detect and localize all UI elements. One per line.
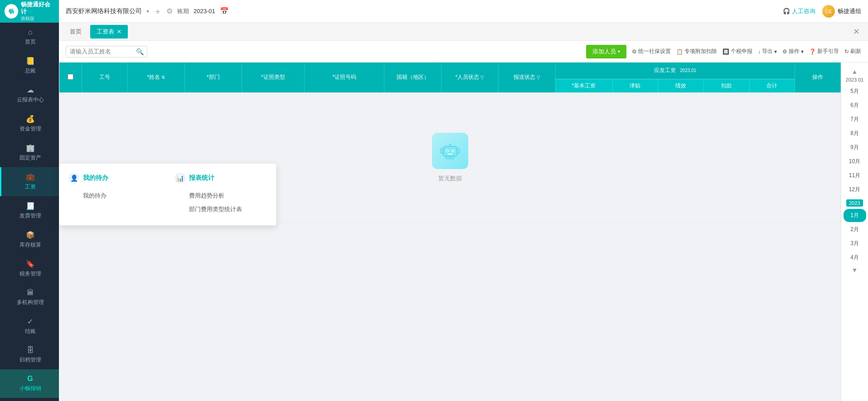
reports-icon: 📊 (175, 173, 185, 184)
popup-section: 👤 我的待办 我的待办 📊 报表统计 费用趋势分析 部门费用类型统计表 (68, 173, 267, 216)
window-close-button[interactable]: ✕ (849, 25, 863, 39)
sidebar-item-fixed-assets[interactable]: 🏢 固定资产 (0, 138, 59, 167)
month-item-2[interactable]: 2月 (844, 223, 866, 236)
sidebar-item-cloud-reports[interactable]: ☁ 云报表中心 (0, 80, 59, 109)
sidebar-item-invoice[interactable]: 🧾 发票管理 (0, 196, 59, 225)
th-bonus: 绩效 (658, 79, 704, 92)
sidebar-item-fund-mgmt[interactable]: 💰 资金管理 (0, 109, 59, 138)
expense-icon: G (27, 375, 33, 383)
th-salary-group: 应发工资 2023.01 (555, 63, 795, 79)
th-id-num: *证照号码 (305, 63, 384, 92)
svg-rect-5 (448, 154, 452, 155)
company-dropdown-icon[interactable]: ▾ (146, 8, 149, 14)
sidebar-logo: 畅 畅捷通好会计 旗舰版 (0, 0, 59, 23)
tab-salary[interactable]: 工资表 ✕ (90, 25, 128, 39)
month-panel-up-nav[interactable]: ▲ (850, 66, 860, 77)
svg-rect-0 (443, 146, 457, 156)
todo-icon: 👤 (68, 173, 79, 184)
company-name: 西安虾米网络科技有限公司 (66, 7, 142, 15)
filter-person-status-icon[interactable]: ▽ (480, 75, 484, 80)
month-item-9[interactable]: 9月 (844, 141, 866, 154)
month-item-10[interactable]: 10月 (844, 155, 866, 168)
toolbar-actions: 添加人员 ▾ ⚙ 统一社保设置 📋 专项附加扣除 🔲 个税申报 ↓ 导出 ▾ ⚙ (586, 45, 861, 58)
popup-col-reports-title: 📊 报表统计 (175, 173, 267, 184)
tax-report-icon: 🔲 (723, 48, 729, 55)
sidebar-item-tax[interactable]: 🔖 税务管理 (0, 254, 59, 283)
user-menu[interactable]: CE 畅捷通组 (822, 5, 861, 18)
search-input[interactable] (70, 48, 133, 55)
export-icon: ↓ (758, 48, 761, 55)
popup-item-my-todo[interactable]: 我的待办 (68, 189, 161, 203)
add-company-button[interactable]: ＋ (154, 6, 162, 17)
th-total: 合计 (749, 79, 795, 92)
export-button[interactable]: ↓ 导出 ▾ (758, 48, 777, 55)
sidebar-item-expense[interactable]: G 小畅报销 (0, 369, 59, 398)
th-name: *姓名 ⇅ (127, 63, 184, 92)
cloud-icon: ☁ (27, 86, 34, 94)
month-item-4[interactable]: 4月 (844, 251, 866, 264)
refresh-icon: ↻ (844, 48, 849, 55)
sidebar-item-salary[interactable]: 💼 工资 (0, 167, 59, 196)
logo-text: 畅捷通好会计 旗舰版 (21, 1, 54, 21)
popup-col-reports: 📊 报表统计 费用趋势分析 部门费用类型统计表 (175, 173, 267, 216)
sidebar-nav: ⌂ 首页 📒 总账 ☁ 云报表中心 💰 资金管理 🏢 固定资产 💼 工资 🧾 发… (0, 23, 59, 401)
month-item-6[interactable]: 6月 (844, 99, 866, 112)
search-box: 🔍 (66, 46, 147, 58)
month-item-1[interactable]: 1月 (844, 209, 866, 222)
month-item-7[interactable]: 7月 (844, 113, 866, 126)
salary-icon: 💼 (26, 173, 35, 181)
fixed-assets-icon: 🏢 (26, 144, 35, 152)
operations-icon: ⚙ (782, 48, 787, 55)
sort-name-icon[interactable]: ⇅ (161, 75, 165, 80)
filter-report-status-icon[interactable]: ▽ (537, 75, 540, 80)
service-button[interactable]: 🎧 人工咨询 (783, 7, 815, 15)
th-deduction: 扣款 (703, 79, 749, 92)
th-dept: *部门 (184, 63, 242, 92)
month-item-11[interactable]: 11月 (844, 169, 866, 182)
tax-icon: 🔖 (26, 260, 35, 268)
svg-rect-6 (449, 144, 451, 147)
month-item-3[interactable]: 3月 (844, 237, 866, 250)
month-item-8[interactable]: 8月 (844, 127, 866, 140)
robot-svg (439, 140, 461, 162)
guide-button[interactable]: ❓ 新手引导 (809, 48, 839, 55)
checkout-icon: ✓ (27, 317, 33, 326)
th-country: 国籍（地区） (384, 63, 441, 92)
popup-item-expense-trend[interactable]: 费用趋势分析 (175, 189, 267, 203)
sidebar-item-ledger[interactable]: 📒 总账 (0, 51, 59, 80)
select-all-checkbox[interactable] (68, 74, 73, 80)
period-value[interactable]: 2023-01 (194, 8, 215, 14)
operations-button[interactable]: ⚙ 操作 ▾ (782, 48, 804, 55)
sidebar-item-archive[interactable]: 🗄 归档管理 (0, 341, 59, 369)
period-label: 账期 (177, 7, 189, 15)
special-deduction-button[interactable]: 📋 专项附加扣除 (676, 48, 717, 55)
sidebar-item-settings[interactable]: ⚙ 基础设置 (0, 398, 59, 401)
calendar-icon[interactable]: 📅 (220, 7, 229, 15)
social-security-button[interactable]: ⚙ 统一社保设置 (632, 48, 671, 55)
svg-rect-7 (441, 148, 443, 154)
tab-close-salary[interactable]: ✕ (117, 29, 121, 35)
sidebar-item-multi-org[interactable]: 🏛 多机构管理 (0, 283, 59, 312)
sidebar-item-checkout[interactable]: ✓ 结账 (0, 312, 59, 341)
social-security-icon: ⚙ (632, 48, 637, 55)
sidebar-item-inventory[interactable]: 📦 库存核算 (0, 225, 59, 254)
month-item-12[interactable]: 12月 (844, 183, 866, 196)
refresh-button[interactable]: ↻ 刷新 (844, 48, 861, 55)
search-icon[interactable]: 🔍 (136, 48, 144, 55)
month-panel-down-nav[interactable]: ▼ (850, 265, 860, 275)
logo-icon: 畅 (5, 4, 18, 19)
archive-icon: 🗄 (27, 346, 34, 354)
popup-item-dept-expense[interactable]: 部门费用类型统计表 (175, 203, 267, 216)
tab-home[interactable]: 首页 (63, 25, 88, 39)
sidebar-item-home[interactable]: ⌂ 首页 (0, 23, 59, 51)
company-settings-icon[interactable]: ⚙ (166, 7, 173, 15)
tax-report-button[interactable]: 🔲 个税申报 (723, 48, 752, 55)
th-checkbox[interactable] (59, 63, 82, 92)
month-item-5[interactable]: 5月 (844, 85, 866, 98)
year-label: 2023.01 (680, 68, 696, 73)
th-person-status: *人员状态 ▽ (441, 63, 499, 92)
home-icon: ⌂ (28, 28, 33, 36)
month-panel-year2: 2023 (846, 199, 863, 207)
sidebar: 畅 畅捷通好会计 旗舰版 ⌂ 首页 📒 总账 ☁ 云报表中心 💰 资金管理 🏢 … (0, 0, 59, 401)
add-person-button[interactable]: 添加人员 ▾ (586, 45, 626, 58)
